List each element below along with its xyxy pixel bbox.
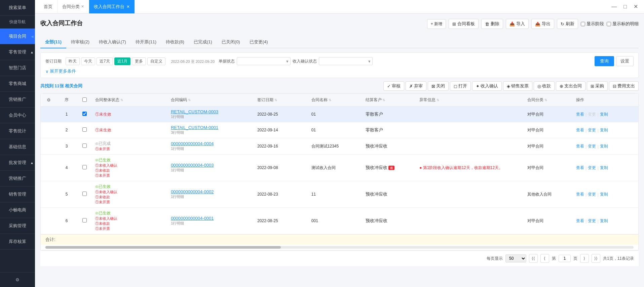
row-check-cell[interactable] <box>76 208 92 234</box>
minimize-button[interactable]: — <box>609 4 619 10</box>
sidebar-item-stock-calc[interactable]: 库存核算 <box>0 234 35 250</box>
row-check-cell[interactable] <box>76 107 92 122</box>
show-mark-detail-toggle[interactable]: 显示标的明细 <box>607 21 639 27</box>
sidebar-search[interactable]: 搜索菜单 <box>0 0 35 16</box>
show-mark-detail-checkbox[interactable] <box>607 22 611 26</box>
row-checkbox[interactable] <box>82 218 87 222</box>
sidebar-item-retail-mall[interactable]: 零售商城 <box>0 76 35 92</box>
filter-today[interactable]: 今天 <box>81 57 95 65</box>
op-btn-复制[interactable]: 复制 <box>600 192 608 197</box>
row-code[interactable]: 0000000000004-00011行明细 <box>168 208 255 234</box>
add-button[interactable]: + 新增 <box>427 19 446 29</box>
row-op[interactable]: 查看|变更|复制 <box>573 122 638 138</box>
next-page-button[interactable]: ⟩ <box>580 254 589 263</box>
sidebar-item-smart-store[interactable]: 智慧门店 <box>0 60 35 76</box>
contract-code-link[interactable]: RETAIL_CUSTOM-0003 <box>171 109 218 114</box>
row-code[interactable]: 0000000000004-00021行明细 <box>168 181 255 208</box>
status-tab-changed[interactable]: 已变更(4) <box>245 36 273 48</box>
show-segments-toggle[interactable]: 显示阶段 <box>581 21 604 27</box>
op-btn-变更[interactable]: 变更 <box>588 144 596 149</box>
row-checkbox[interactable] <box>82 165 87 169</box>
receive-button[interactable]: ◎ 收款 <box>534 81 555 91</box>
doc-status-select[interactable] <box>237 57 291 65</box>
pay-contract-button[interactable]: ⊕ 支出合同 <box>556 81 585 91</box>
op-btn-复制[interactable]: 复制 <box>600 112 608 117</box>
sidebar-item-project[interactable]: 项目合同 <box>0 29 35 44</box>
sidebar-item-marketing[interactable]: 营销推广 <box>0 92 35 108</box>
op-btn-查看[interactable]: 查看 <box>576 112 584 117</box>
sidebar-item-basic-info[interactable]: 基础信息 <box>0 139 35 155</box>
op-btn-复制[interactable]: 复制 <box>600 218 608 224</box>
op-btn-复制[interactable]: 复制 <box>600 127 608 133</box>
th-check[interactable] <box>76 94 92 107</box>
row-check-cell[interactable] <box>76 122 92 138</box>
filter-yesterday[interactable]: 昨天 <box>66 57 80 65</box>
op-btn-查看[interactable]: 查看 <box>576 165 584 171</box>
status-tab-pending-receive[interactable]: 待收款(8) <box>161 36 189 48</box>
first-page-button[interactable]: ⟨⟨ <box>529 254 538 263</box>
row-code[interactable]: RETAIL_CUSTOM-00031行明细 <box>168 107 255 122</box>
tab-contract-category[interactable]: 合同分类 ✕ <box>58 0 89 13</box>
op-btn-变更[interactable]: 变更 <box>588 192 596 197</box>
sidebar-item-sales-mgr[interactable]: 销售管理 <box>0 187 35 202</box>
purchase-button[interactable]: ⊞ 采购 <box>587 81 608 91</box>
import-button[interactable]: 📥 导入 <box>506 19 529 29</box>
expand-more-button[interactable]: ∨ 展开更多条件 <box>45 68 76 74</box>
th-code[interactable]: 合同编码 <box>168 94 255 107</box>
row-op[interactable]: 查看|变更|复制 <box>573 181 638 208</box>
status-tab-pending-invoice[interactable]: 待开票(11) <box>131 36 161 48</box>
sidebar-item-purchase-mgr[interactable]: 采购管理 <box>0 218 35 234</box>
row-op[interactable]: 查看|变更|复制 <box>573 155 638 181</box>
close-contract-category[interactable]: ✕ <box>81 4 84 9</box>
sidebar-item-marketing2[interactable]: 营销推广 <box>0 171 35 187</box>
th-abnormal[interactable]: 异常信息 <box>417 94 525 107</box>
gear-icon[interactable]: ⚙ <box>0 272 35 287</box>
sidebar-item-retail-mgr[interactable]: 零售管理 <box>0 44 35 60</box>
row-checkbox[interactable] <box>82 112 87 116</box>
maximize-button[interactable]: □ <box>621 4 629 10</box>
row-op[interactable]: 查看|变更|复制 <box>573 138 638 155</box>
column-settings-icon[interactable]: ⚙ <box>47 97 51 102</box>
close-contract-button[interactable]: ⊠ 关闭 <box>428 81 449 91</box>
delete-button[interactable]: 🗑 删除 <box>481 19 503 29</box>
th-name[interactable]: 合同名称 <box>309 94 363 107</box>
select-all-checkbox[interactable] <box>82 97 87 102</box>
op-btn-查看[interactable]: 查看 <box>576 218 584 224</box>
income-confirm-select[interactable] <box>319 57 373 65</box>
contract-code-link[interactable]: 0000000000004-0003 <box>171 163 214 168</box>
contract-code-link[interactable]: 0000000000004-0004 <box>171 141 214 146</box>
contract-board-button[interactable]: ⊞ 合同看板 <box>449 19 479 29</box>
filter-last7days[interactable]: 近7天 <box>97 57 113 65</box>
contract-code-link[interactable]: 0000000000004-0002 <box>171 189 214 194</box>
row-code[interactable]: 0000000000004-00031行明细 <box>168 155 255 181</box>
op-btn-复制[interactable]: 复制 <box>600 144 608 149</box>
status-tab-pending-audit[interactable]: 待审核(2) <box>66 36 94 48</box>
row-op[interactable]: 查看|变更|复制 <box>573 107 638 122</box>
status-tab-closed[interactable]: 已关闭(0) <box>217 36 245 48</box>
op-btn-查看[interactable]: 查看 <box>576 192 584 197</box>
th-settings[interactable]: ⚙ <box>41 94 57 107</box>
status-tab-completed[interactable]: 已完成(1) <box>189 36 217 48</box>
audit-button[interactable]: ✓ 审核 <box>383 81 404 91</box>
close-income-contract[interactable]: ✕ <box>126 4 130 9</box>
th-status[interactable]: 合同整体状态 <box>92 94 168 107</box>
th-customer[interactable]: 结算客户 <box>363 94 417 107</box>
setting-button[interactable]: 设置 <box>616 56 634 66</box>
sidebar-item-xiaochang[interactable]: 小畅电商 <box>0 202 35 218</box>
op-btn-查看[interactable]: 查看 <box>576 144 584 149</box>
row-check-cell[interactable] <box>76 181 92 208</box>
per-page-select[interactable]: 50 <box>505 254 526 262</box>
filter-custom[interactable]: 自定义 <box>147 57 165 65</box>
filter-more[interactable]: 更多 <box>132 57 146 65</box>
abandon-button[interactable]: ✗ 弃审 <box>406 81 426 91</box>
expense-pay-button[interactable]: ⊟ 费用支出 <box>609 81 639 91</box>
sales-invoice-button[interactable]: ◈ 销售发票 <box>503 81 532 91</box>
th-type[interactable]: 合同分类 <box>525 94 573 107</box>
op-btn-变更[interactable]: 变更 <box>588 165 596 171</box>
op-btn-查看[interactable]: 查看 <box>576 127 584 133</box>
query-button[interactable]: 查询 <box>595 56 614 66</box>
status-tab-pending-income[interactable]: 待收入确认(7) <box>94 36 131 48</box>
sidebar-item-wholesale-mgr[interactable]: 批发管理 <box>0 155 35 171</box>
income-confirm-button[interactable]: ✦ 收入确认 <box>472 81 502 91</box>
tab-home[interactable]: 首页 <box>39 0 58 13</box>
